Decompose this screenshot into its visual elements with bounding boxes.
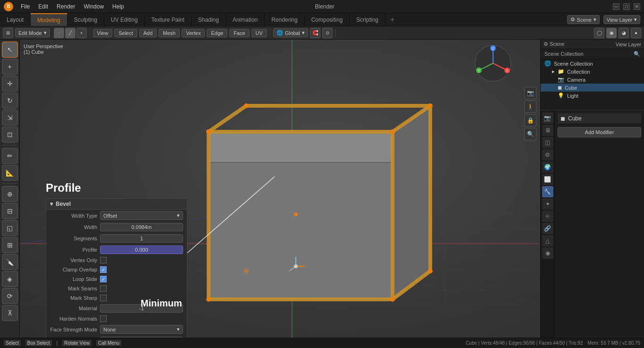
add-menu[interactable]: Add xyxy=(139,29,157,37)
minimize-button[interactable]: ─ xyxy=(613,3,619,10)
tool-inset[interactable]: ⊟ xyxy=(2,203,18,219)
viewport-shading-1[interactable]: ◯ xyxy=(594,28,604,38)
zoom-btn[interactable]: 🔍 xyxy=(524,128,536,140)
view-layer-props-icon[interactable]: ◫ xyxy=(542,137,553,148)
tab-sculpting[interactable]: Sculpting xyxy=(67,13,104,26)
scene-collection-item[interactable]: 🌐Scene Collection xyxy=(541,59,644,68)
menu-help[interactable]: Help xyxy=(109,2,128,11)
width-value[interactable]: 0.0984m xyxy=(100,223,183,231)
snap-btn[interactable]: 🧲 xyxy=(310,28,320,38)
tab-shading[interactable]: Shading xyxy=(192,13,226,26)
add-workspace-button[interactable]: + xyxy=(385,13,399,26)
transform-orientation[interactable]: 🌐Global▾ xyxy=(273,28,308,37)
tool-smooth[interactable]: ⊼ xyxy=(2,305,18,321)
viewport-shading-2[interactable]: ◉ xyxy=(606,28,617,38)
maximize-button[interactable]: □ xyxy=(623,3,630,10)
width-row: Width 0.0984m xyxy=(46,221,187,233)
tool-rotate[interactable]: ↻ xyxy=(2,93,18,109)
select-menu[interactable]: Select xyxy=(114,29,137,37)
walk-btn[interactable]: 🚶 xyxy=(524,101,536,113)
tool-measure[interactable]: 📐 xyxy=(2,165,18,181)
tool-extrude[interactable]: ⊕ xyxy=(2,186,18,202)
data-props-icon[interactable]: △ xyxy=(542,235,553,246)
menu-edit[interactable]: Edit xyxy=(34,2,52,11)
tab-animation[interactable]: Animation xyxy=(226,13,265,26)
menu-render[interactable]: Render xyxy=(53,2,79,11)
face-select-btn[interactable]: ▪ xyxy=(76,28,87,38)
cube-item[interactable]: ◼Cube xyxy=(541,84,644,92)
mesh-menu[interactable]: Mesh xyxy=(159,29,180,37)
tool-transform[interactable]: ⊡ xyxy=(2,127,18,143)
tab-rendering[interactable]: Rendering xyxy=(265,13,304,26)
viewport-shading-4[interactable]: ● xyxy=(631,28,641,38)
view-menu[interactable]: View xyxy=(93,29,113,37)
physics-props-icon[interactable]: ⚛ xyxy=(542,211,553,222)
viewport[interactable]: User Perspective (1) Cube Profile ▾ Beve… xyxy=(20,40,540,338)
tab-modeling[interactable]: Modeling xyxy=(31,13,67,26)
mark-sharp-checkbox[interactable] xyxy=(100,295,107,301)
material-props-icon[interactable]: ◉ xyxy=(542,247,553,259)
camera-item[interactable]: 📷Camera xyxy=(541,76,644,84)
uv-menu[interactable]: UV xyxy=(251,29,267,37)
particles-props-icon[interactable]: ✦ xyxy=(542,198,553,210)
vertex-select-btn[interactable]: · xyxy=(54,28,64,38)
edge-menu[interactable]: Edge xyxy=(207,29,227,37)
modifier-props-icon[interactable]: 🔧 xyxy=(542,186,553,197)
width-type-dropdown[interactable]: Offset▾ xyxy=(100,211,183,220)
proportional-edit-btn[interactable]: ⊙ xyxy=(322,28,333,38)
light-item[interactable]: 💡Light xyxy=(541,92,644,100)
material-value[interactable]: -1 xyxy=(100,304,183,313)
tool-select[interactable]: ↖ xyxy=(2,42,18,58)
tab-compositing[interactable]: Compositing xyxy=(305,13,350,26)
tool-cursor[interactable]: + xyxy=(2,59,18,75)
material-label: Material xyxy=(50,306,97,311)
edit-mode-dropdown[interactable]: Edit Mode▾ xyxy=(15,28,50,37)
close-button[interactable]: ✕ xyxy=(634,3,640,10)
tool-move[interactable]: ✛ xyxy=(2,76,18,92)
edge-select-btn[interactable]: ╱ xyxy=(65,28,75,38)
tool-poly-build[interactable]: ◈ xyxy=(2,271,18,287)
mark-seams-checkbox[interactable] xyxy=(100,285,107,292)
menu-window[interactable]: Window xyxy=(80,2,108,11)
title-text: Blender xyxy=(315,3,610,10)
output-props-icon[interactable]: 🖥 xyxy=(542,125,553,136)
tool-scale[interactable]: ⇲ xyxy=(2,110,18,126)
tool-knife[interactable]: 🔪 xyxy=(2,254,18,270)
lock-view-btn[interactable]: 🔒 xyxy=(524,114,536,127)
constraints-props-icon[interactable]: 🔗 xyxy=(542,223,553,234)
profile-value[interactable]: 0.000 xyxy=(100,246,183,254)
view-layer-dropdown[interactable]: View Layer▾ xyxy=(603,15,640,24)
loop-slide-checkbox[interactable] xyxy=(100,276,107,282)
tool-spin[interactable]: ⟳ xyxy=(2,288,18,304)
navigation-gizmo[interactable]: Z X Y xyxy=(474,44,512,82)
face-menu[interactable]: Face xyxy=(229,29,249,37)
scene-dropdown[interactable]: ⚙Scene▾ xyxy=(567,15,600,24)
tab-layout[interactable]: Layout xyxy=(0,13,31,26)
tab-texture-paint[interactable]: Texture Paint xyxy=(145,13,192,26)
editor-type-button[interactable]: ⊞ xyxy=(3,28,13,38)
world-props-icon[interactable]: 🌍 xyxy=(542,161,553,173)
menu-file[interactable]: File xyxy=(17,2,33,11)
tab-scripting[interactable]: Scripting xyxy=(350,13,385,26)
add-modifier-button[interactable]: Add Modifier xyxy=(558,127,641,137)
outer-miter-dropdown[interactable]: Sharp▾ xyxy=(100,337,183,338)
mark-seams-label: Mark Seams xyxy=(50,286,97,291)
object-props-icon[interactable]: ⬜ xyxy=(542,174,553,185)
scene-header: ⚙ Scene View Layer xyxy=(541,40,644,49)
harden-normals-checkbox[interactable] xyxy=(100,315,107,322)
tab-uv-editing[interactable]: UV Editing xyxy=(104,13,145,26)
camera-view-btn[interactable]: 📷 xyxy=(524,87,536,99)
viewport-shading-3[interactable]: ◕ xyxy=(619,28,629,38)
face-strength-dropdown[interactable]: None▾ xyxy=(100,325,183,334)
collection-item[interactable]: ▸📁Collection xyxy=(541,68,644,76)
scene-props-icon[interactable]: ⚙ xyxy=(542,149,553,161)
clamp-overlap-checkbox[interactable] xyxy=(100,266,107,273)
tool-annotate[interactable]: ✏ xyxy=(2,148,18,164)
render-props-icon[interactable]: 📷 xyxy=(542,112,553,124)
vertex-menu[interactable]: Vertex xyxy=(182,29,205,37)
vertex-only-checkbox[interactable] xyxy=(100,257,107,263)
tool-loop-cut[interactable]: ⊞ xyxy=(2,237,18,253)
segments-value[interactable]: 1 xyxy=(100,234,183,243)
tool-bevel[interactable]: ◱ xyxy=(2,220,18,236)
harden-normals-label: Harden Normals xyxy=(50,316,97,322)
